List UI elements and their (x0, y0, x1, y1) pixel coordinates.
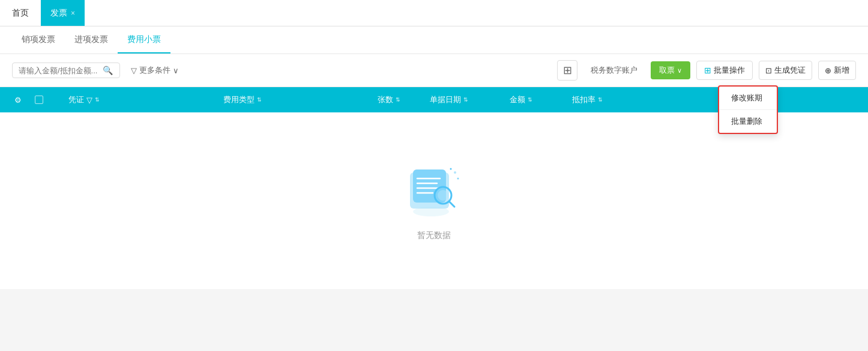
empty-icon (398, 160, 470, 221)
top-nav: 首页 发票 × (0, 0, 868, 26)
th-voucher-label: 凭证 (68, 94, 84, 105)
th-expense-type: 费用类型 ⇅ (120, 94, 365, 105)
th-date: 单据日期 ⇅ (413, 94, 485, 105)
gen-voucher-label: 生成凭证 (774, 65, 806, 76)
th-count-label: 张数 (378, 94, 393, 105)
th-voucher: 凭证 ▽ ⇅ (48, 94, 120, 105)
toolbar-right: ⊞ 税务数字账户 取票 ∨ ⊞ 批量操作 ⊡ 生成凭证 ⊕ 新增 修改账期 批量… (557, 60, 856, 81)
count-sort-icon[interactable]: ⇅ (396, 97, 400, 103)
filter-icon: ▽ (131, 66, 137, 75)
toolbar-left: 🔍 ▽ 更多条件 ∨ (12, 63, 184, 78)
tax-account-button[interactable]: 税务数字账户 (583, 61, 645, 79)
empty-state: 暂无数据 (0, 112, 868, 289)
take-invoice-label: 取票 (659, 65, 675, 76)
sub-nav-sale[interactable]: 销项发票 (12, 26, 65, 53)
home-nav-item[interactable]: 首页 (0, 0, 41, 26)
add-label: 新增 (834, 65, 849, 76)
th-amount-label: 金额 (510, 94, 525, 105)
th-amount: 金额 ⇅ (485, 94, 557, 105)
svg-point-10 (454, 171, 456, 174)
take-invoice-button[interactable]: 取票 ∨ (651, 61, 690, 79)
gen-voucher-button[interactable]: ⊡ 生成凭证 (759, 61, 812, 80)
th-date-label: 单据日期 (430, 94, 461, 105)
batch-delete-item[interactable]: 批量删除 (719, 109, 777, 133)
invoice-tab[interactable]: 发票 × (41, 0, 85, 26)
close-tab-icon[interactable]: × (71, 9, 75, 17)
th-settings[interactable]: ⚙ (6, 96, 30, 105)
th-expense-type-label: 费用类型 (223, 94, 255, 105)
gen-voucher-icon: ⊡ (765, 66, 772, 75)
batch-op-label: 批量操作 (714, 65, 745, 76)
batch-op-button[interactable]: ⊞ 批量操作 (696, 61, 753, 80)
expense-type-sort-icon[interactable]: ⇅ (257, 97, 262, 103)
batch-op-dropdown: 修改账期 批量删除 (718, 85, 778, 134)
sub-nav-expense[interactable]: 费用小票 (118, 26, 170, 53)
take-invoice-arrow-icon: ∨ (677, 67, 682, 75)
deduction-rate-sort-icon[interactable]: ⇅ (598, 97, 603, 103)
qr-button[interactable]: ⊞ (557, 60, 577, 81)
svg-point-12 (450, 168, 452, 170)
amount-sort-icon[interactable]: ⇅ (528, 97, 532, 103)
invoice-tab-label: 发票 (50, 8, 67, 19)
add-button[interactable]: ⊕ 新增 (818, 61, 856, 80)
search-icon[interactable]: 🔍 (103, 66, 113, 75)
filter-button[interactable]: ▽ 更多条件 ∨ (126, 63, 184, 78)
add-icon: ⊕ (825, 66, 831, 75)
settings-icon: ⚙ (14, 96, 22, 105)
select-all-checkbox[interactable] (35, 96, 43, 104)
svg-point-11 (457, 178, 459, 180)
search-box[interactable]: 🔍 (12, 63, 120, 78)
th-deduction-rate-label: 抵扣率 (572, 94, 595, 105)
svg-line-9 (449, 201, 454, 207)
th-count: 张数 ⇅ (365, 94, 413, 105)
filter-label: 更多条件 (139, 65, 170, 76)
search-input[interactable] (19, 66, 103, 75)
voucher-sort-icon[interactable]: ⇅ (95, 97, 100, 103)
modify-period-item[interactable]: 修改账期 (719, 87, 777, 109)
sub-nav-purchase[interactable]: 进项发票 (65, 26, 118, 53)
date-sort-icon[interactable]: ⇅ (463, 97, 468, 103)
filter-arrow-icon: ∨ (173, 66, 179, 75)
th-deduction-rate: 抵扣率 ⇅ (557, 94, 617, 105)
empty-text: 暂无数据 (417, 230, 451, 241)
th-checkbox[interactable] (30, 96, 48, 104)
batch-op-icon: ⊞ (704, 66, 711, 75)
qr-icon: ⊞ (563, 64, 572, 77)
voucher-filter-icon[interactable]: ▽ (86, 96, 92, 105)
sub-nav: 销项发票 进项发票 费用小票 (0, 26, 868, 54)
svg-point-8 (438, 190, 448, 201)
toolbar: 🔍 ▽ 更多条件 ∨ ⊞ 税务数字账户 取票 ∨ ⊞ 批量操作 ⊡ 生成凭证 ⊕… (0, 54, 868, 87)
